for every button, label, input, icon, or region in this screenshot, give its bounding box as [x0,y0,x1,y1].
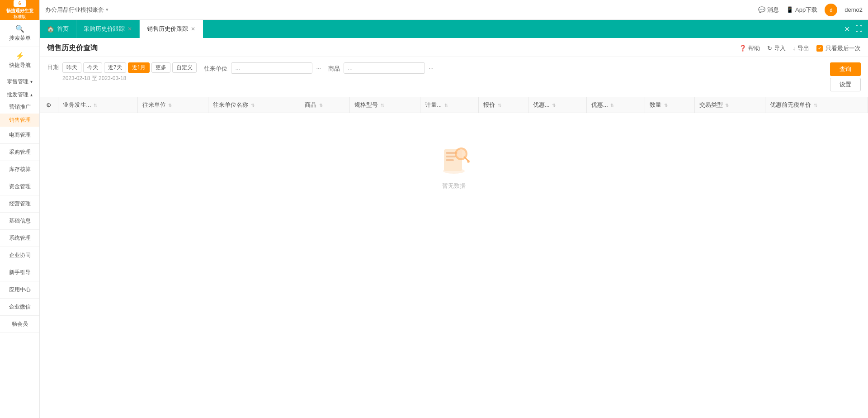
col-goods[interactable]: 商品 ⇅ [300,97,349,113]
sidebar-item-purchase[interactable]: 采购管理 [0,144,39,161]
user-name[interactable]: demo2 [844,6,863,13]
tab-purchase-history-label: 采购历史价跟踪 [84,25,125,33]
tabbar: 🏠 首页 采购历史价跟踪 ✕ 销售历史价跟踪 ✕ ✕ ⛶ [40,20,868,38]
date-btn-more[interactable]: 更多 [151,62,170,73]
maximize-button[interactable]: ⛶ [855,25,863,33]
import-button[interactable]: ↻ 导入 [767,44,786,52]
sidebar-item-basic-info[interactable]: 基础信息 [0,213,39,230]
sort-icon: ⇅ [444,103,448,108]
close-icon[interactable]: ✕ [127,26,132,32]
page-header: 销售历史价查询 ❓ 帮助 ↻ 导入 ↓ 导出 ✓ 只看最后一次 [40,38,868,57]
message-label: 消息 [767,6,779,14]
sidebar-item-search[interactable]: 🔍 搜索菜单 [0,20,39,47]
purchase-label: 采购管理 [9,148,31,156]
tab-purchase-history[interactable]: 采购历史价跟踪 ✕ [76,20,140,38]
col-quote[interactable]: 报价 ⇅ [479,97,528,113]
help-icon: ❓ [739,45,746,52]
sort-icon: ⇅ [725,103,729,108]
partner-input[interactable] [231,62,312,74]
sidebar-item-finance[interactable]: 资金管理 [0,178,39,195]
home-icon: 🏠 [47,26,54,33]
sort-icon: ⇅ [319,103,323,108]
system-label: 系统管理 [9,234,31,242]
sidebar-item-wechat[interactable]: 企业微信 [0,299,39,316]
export-button[interactable]: ↓ 导出 [793,44,810,52]
sidebar-item-new-guide[interactable]: 新手引导 [0,264,39,281]
col-quantity[interactable]: 数量 ⇅ [645,97,694,113]
date-btn-yesterday[interactable]: 昨天 [62,62,81,73]
partner-filter-group: 往来单位 ··· [204,62,321,74]
only-last-checkbox[interactable]: ✓ 只看最后一次 [816,44,861,52]
sidebar-item-system[interactable]: 系统管理 [0,230,39,247]
sidebar-item-retail[interactable]: 零售管理 ▾ [0,74,39,87]
table-header-row: ⚙ 业务发生... ⇅ 往来单位 ⇅ 往来单位名称 ⇅ [40,97,868,113]
finance-label: 资金管理 [9,183,31,190]
goods-search-icon[interactable]: ··· [429,65,434,71]
col-settings[interactable]: ⚙ [40,97,58,113]
chevron-down-icon: ▾ [106,7,108,13]
sidebar-item-shortcut[interactable]: ⚡ 快捷导航 [0,47,39,74]
app-name: 畅捷通好生意 [6,8,33,14]
sort-icon: ⇅ [814,103,817,108]
close-tab-button[interactable]: ✕ [844,25,850,33]
sidebar-item-inventory[interactable]: 库存核算 [0,161,39,178]
sort-icon: ⇅ [94,103,97,108]
import-label: 导入 [774,44,786,52]
wechat-label: 企业微信 [9,303,31,311]
shortcut-icon: ⚡ [15,52,24,60]
message-button[interactable]: 💬 消息 [758,6,779,14]
sidebar-item-operation[interactable]: 经营管理 [0,195,39,213]
app-version: 标准版 [14,14,26,20]
tabbar-spacer [203,20,839,38]
sidebar-item-ecommerce[interactable]: 电商管理 [0,127,39,144]
chevron-down-icon: ▾ [30,79,33,84]
sort-icon: ⇅ [610,103,614,108]
app-download-label: App下载 [795,6,817,14]
svg-rect-3 [446,156,456,157]
sidebar-item-marketing[interactable]: 营销推广 [0,100,39,114]
member-label: 畅会员 [12,320,28,328]
col-biz-date[interactable]: 业务发生... ⇅ [58,97,137,113]
sidebar-item-wholesale[interactable]: 批发管理 ▴ [0,87,39,100]
operation-label: 经营管理 [9,200,31,208]
col-partner-name[interactable]: 往来单位名称 ⇅ [208,97,300,113]
topbar: 办公用品行业模拟账套 ▾ 💬 消息 📱 App下载 d demo2 [40,0,868,20]
col-unit[interactable]: 计量... ⇅ [420,97,479,113]
date-btn-7days[interactable]: 近7天 [104,62,126,73]
sidebar-item-app-center[interactable]: 应用中心 [0,281,39,299]
goods-filter-group: 商品 ··· [328,62,434,74]
partner-search-icon[interactable]: ··· [316,65,321,71]
help-button[interactable]: ❓ 帮助 [739,44,760,52]
only-last-label: 只看最后一次 [826,44,861,52]
goods-input[interactable] [344,62,425,74]
col-trade-type[interactable]: 交易类型 ⇅ [694,97,765,113]
user-avatar[interactable]: d [825,4,837,16]
settings-button[interactable]: 设置 [830,78,861,91]
date-btn-1month[interactable]: 近1月 [128,62,150,73]
col-discount2[interactable]: 优惠... ⇅ [586,97,645,113]
sidebar-item-enterprise[interactable]: 企业协同 [0,247,39,264]
col-spec[interactable]: 规格型号 ⇅ [349,97,420,113]
goods-label: 商品 [328,64,340,73]
tab-home[interactable]: 🏠 首页 [40,20,76,38]
app-logo[interactable]: 6 畅捷通好生意 标准版 [0,0,39,20]
date-btn-custom[interactable]: 自定义 [172,62,197,73]
import-icon: ↻ [767,45,772,52]
date-range-text: 2023-02-18 至 2023-03-18 [62,75,197,82]
workspace-selector[interactable]: 办公用品行业模拟账套 ▾ [45,6,108,14]
data-table: ⚙ 业务发生... ⇅ 往来单位 ⇅ 往来单位名称 ⇅ [40,97,868,113]
app-download-button[interactable]: 📱 App下载 [786,6,817,14]
col-pretax-price[interactable]: 优惠前无税单价 ⇅ [765,97,868,113]
date-filter-group: 日期 昨天 今天 近7天 近1月 更多 自定义 2023-02-18 至 202… [47,62,197,82]
filter-actions: 查询 设置 [830,62,861,91]
date-btn-today[interactable]: 今天 [83,62,102,73]
wholesale-label: 批发管理 [7,91,28,99]
sidebar-item-sales-mgmt[interactable]: 销售管理 [0,114,39,127]
sidebar-item-member[interactable]: 畅会员 [0,316,39,333]
tab-sales-history[interactable]: 销售历史价跟踪 ✕ [140,20,203,38]
col-discount1[interactable]: 优惠... ⇅ [528,97,586,113]
col-partner-code[interactable]: 往来单位 ⇅ [137,97,208,113]
download-icon: 📱 [786,6,793,13]
close-icon[interactable]: ✕ [191,26,195,32]
query-button[interactable]: 查询 [830,62,861,76]
